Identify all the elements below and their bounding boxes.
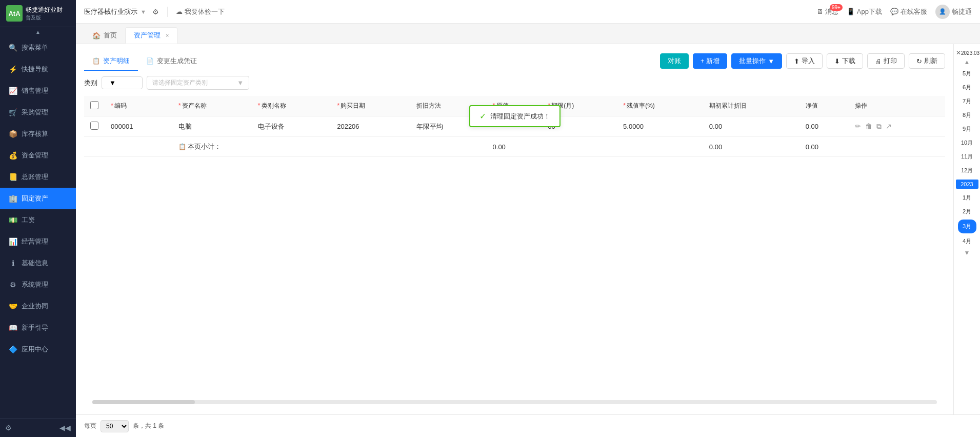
sidebar-item-purchase[interactable]: 🛒采购管理: [0, 102, 76, 123]
cooperation-icon: 🤝: [8, 302, 17, 310]
month-item-8月[interactable]: 8月: [956, 108, 978, 122]
tab-asset-management[interactable]: 资产管理 ×: [125, 27, 177, 44]
general-ledger-icon: 📒: [8, 173, 17, 181]
app-download-button[interactable]: 📱 App下载: [847, 7, 882, 16]
filter-row: 类别 ▼ 请选择固定资产类别 ▼: [84, 76, 945, 90]
month-item-9月[interactable]: 9月: [956, 122, 978, 136]
horizontal-scrollbar[interactable]: [92, 400, 937, 404]
sidebar-item-system[interactable]: ⚙系统管理: [0, 274, 76, 295]
sidebar-item-sales[interactable]: 📈销售管理: [0, 80, 76, 102]
online-service-button[interactable]: 💬 在线客服: [890, 7, 927, 16]
row-name: 电脑: [172, 116, 252, 137]
sidebar-scroll-up[interactable]: ▲: [0, 27, 76, 37]
purchase-icon: 🛒: [8, 108, 17, 116]
row-checkbox-0[interactable]: [90, 122, 98, 130]
toast-success-icon: ✓: [479, 111, 486, 121]
download-button[interactable]: ⬇ 下载: [827, 53, 863, 69]
month-item-4月[interactable]: 4月: [956, 234, 978, 248]
sidebar-item-general-ledger[interactable]: 📒总账管理: [0, 166, 76, 188]
month-item-3月[interactable]: 3月: [958, 220, 976, 233]
category-select[interactable]: ▼: [102, 76, 143, 89]
sidebar-item-basic-info[interactable]: ℹ基础信息: [0, 252, 76, 274]
th-category: *类别名称: [252, 96, 331, 116]
basic-info-icon: ℹ: [8, 259, 17, 267]
category-type-select[interactable]: 请选择固定资产类别 ▼: [147, 76, 249, 90]
delete-icon[interactable]: 🗑: [865, 122, 872, 131]
logo-text: 畅捷通好业财 普及版: [26, 6, 63, 22]
import-button[interactable]: ⬆ 导入: [786, 53, 823, 69]
sidebar-menu: 🔍搜索菜单⚡快捷导航📈销售管理🛒采购管理📦库存核算💰资金管理📒总账管理🏢固定资产…: [0, 37, 76, 418]
fixed-assets-icon: 🏢: [8, 194, 17, 203]
row-actions: ✏ 🗑 ⧉ ↗: [849, 116, 945, 137]
month-item-2月[interactable]: 2月: [956, 205, 978, 218]
toast-message: 清理固定资产成功！: [490, 112, 550, 121]
tab-home[interactable]: 🏠 首页: [84, 27, 125, 44]
th-purchase-date: *购买日期: [331, 96, 410, 116]
scrollbar-thumb: [92, 400, 195, 404]
tab-close-icon[interactable]: ×: [166, 32, 169, 38]
th-actions: 操作: [849, 96, 945, 116]
message-button[interactable]: 🖥 消息 99+: [816, 7, 838, 16]
sales-icon: 📈: [8, 87, 17, 95]
bottom-bar: 每页 50 100 200 条，共 1 条: [76, 414, 980, 437]
right-panel-close-icon[interactable]: ✕: [956, 49, 961, 56]
home-icon: 🏠: [92, 32, 101, 39]
company-selector[interactable]: 医疗器械行业演示 ▼: [84, 7, 146, 16]
app-download-icon: 📱: [847, 8, 855, 15]
month-item-10月[interactable]: 10月: [956, 136, 978, 150]
total-label: 条，共 1 条: [133, 422, 164, 430]
subtab-change-voucher[interactable]: 📄 变更生成凭证: [138, 52, 205, 71]
company-settings-icon[interactable]: ⚙: [152, 8, 159, 16]
more-icon[interactable]: ↗: [886, 122, 892, 131]
payroll-icon: 💵: [8, 216, 17, 224]
sidebar-item-quick-nav[interactable]: ⚡快捷导航: [0, 58, 76, 80]
edit-icon[interactable]: ✏: [855, 122, 861, 131]
settings-icon[interactable]: ⚙: [5, 424, 12, 432]
cloud-icon: ☁: [176, 8, 183, 15]
subtotal-rate: [617, 137, 703, 157]
refresh-button[interactable]: ↻ 刷新: [909, 53, 945, 69]
experience-text: 我要体验一下: [185, 7, 225, 16]
sidebar-item-payroll[interactable]: 💵工资: [0, 209, 76, 231]
right-panel-up-nav[interactable]: ▲: [964, 57, 970, 67]
year-2023-badge: 2023: [956, 180, 978, 189]
sidebar-item-search[interactable]: 🔍搜索菜单: [0, 37, 76, 58]
subtab-asset-detail[interactable]: 📋 资产明细: [84, 52, 138, 71]
sidebar-item-app-center[interactable]: 🔷应用中心: [0, 339, 76, 360]
category-type-placeholder: 请选择固定资产类别: [152, 78, 208, 87]
month-item-1月[interactable]: 1月: [956, 191, 978, 205]
right-panel-down-nav[interactable]: ▼: [964, 248, 970, 257]
subtotal-value: 0.00: [487, 137, 542, 157]
topbar-right: 🖥 消息 99+ 📱 App下载 💬 在线客服 👤 畅捷通: [816, 5, 972, 19]
content-area: 📋 资产明细 📄 变更生成凭证 对账 + 新增 批量操作: [76, 44, 980, 414]
batch-button[interactable]: 批量操作 ▼: [731, 53, 782, 69]
table-scrollbar-area: [84, 398, 945, 406]
per-page-select[interactable]: 50 100 200: [101, 420, 129, 432]
sidebar-item-cooperation[interactable]: 🤝企业协同: [0, 295, 76, 317]
sidebar-item-label: 固定资产: [22, 194, 48, 203]
guide-icon: 📖: [8, 324, 17, 332]
month-item-6月[interactable]: 6月: [956, 81, 978, 94]
print-button[interactable]: 🖨 打印: [867, 53, 905, 69]
sidebar-item-inventory[interactable]: 📦库存核算: [0, 123, 76, 145]
sidebar-item-funds[interactable]: 💰资金管理: [0, 145, 76, 166]
month-item-11月[interactable]: 11月: [956, 150, 978, 164]
reconcile-button[interactable]: 对账: [660, 53, 689, 69]
sidebar-item-guide[interactable]: 📖新手引导: [0, 317, 76, 339]
month-item-7月[interactable]: 7月: [956, 94, 978, 108]
month-item-5月[interactable]: 5月: [956, 67, 978, 81]
sidebar-item-fixed-assets[interactable]: 🏢固定资产: [0, 188, 76, 209]
experience-link[interactable]: ☁ 我要体验一下: [176, 7, 225, 16]
th-checkbox: [84, 96, 105, 116]
month-item-12月[interactable]: 12月: [956, 164, 978, 177]
subtab-bar: 📋 资产明细 📄 变更生成凭证 对账 + 新增 批量操作: [84, 52, 945, 70]
sidebar-item-operations[interactable]: 📊经营管理: [0, 231, 76, 252]
success-toast: ✓ 清理固定资产成功！: [469, 105, 561, 127]
new-button[interactable]: + 新增: [693, 53, 727, 69]
collapse-icon[interactable]: ◀◀: [59, 424, 71, 432]
user-menu[interactable]: 👤 畅捷通: [935, 5, 972, 19]
copy-icon[interactable]: ⧉: [876, 122, 882, 131]
quick-nav-icon: ⚡: [8, 65, 17, 73]
app-download-label: App下载: [857, 7, 882, 16]
select-all-checkbox[interactable]: [90, 101, 98, 109]
